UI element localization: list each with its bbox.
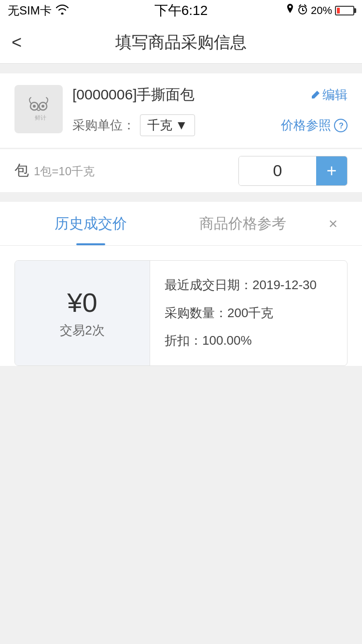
currency-symbol: ¥ <box>67 287 82 318</box>
svg-point-7 <box>33 105 36 108</box>
product-info: [0000006]手撕面包 编辑 采购单位： 千克 ▼ 价格参照 ? <box>72 85 348 136</box>
quantity-input[interactable] <box>239 156 316 185</box>
tab-history-price[interactable]: 历史成交价 <box>14 202 167 245</box>
quantity-input-group: + <box>238 156 348 186</box>
quantity-row: 包 1包=10千克 + <box>0 149 362 192</box>
date-label: 最近成交日期： <box>165 278 252 292</box>
status-time: 下午6:12 <box>154 1 208 20</box>
price-amount: ¥0 <box>67 287 97 318</box>
purchase-unit-label: 采购单位： <box>72 117 135 134</box>
quantity-detail-label: 采购数量： <box>165 306 227 320</box>
edit-button[interactable]: 编辑 <box>310 86 348 103</box>
svg-point-8 <box>42 105 44 108</box>
tabs-header: 历史成交价 商品价格参考 × <box>0 202 362 246</box>
svg-line-3 <box>299 5 301 6</box>
price-card: ¥0 交易2次 最近成交日期：2019-12-30 采购数量：200千克 折扣：… <box>14 260 348 366</box>
discount-label: 折扣： <box>165 333 202 348</box>
sim-text: 无SIM卡 <box>8 3 52 18</box>
status-bar: 无SIM卡 下午6:12 20% <box>0 0 362 21</box>
quantity-plus-button[interactable]: + <box>316 156 347 185</box>
svg-line-4 <box>305 5 306 6</box>
trade-count: 交易2次 <box>60 322 104 339</box>
quantity-unit-big: 包 <box>14 161 29 181</box>
purchase-unit-left: 采购单位： 千克 ▼ <box>72 114 195 136</box>
product-card: 鲜计 [0000006]手撕面包 编辑 采购单位： 千克 ▼ 价格参照 <box>0 73 362 148</box>
date-value: 2019-12-30 <box>252 278 317 292</box>
price-detail-quantity: 采购数量：200千克 <box>165 303 333 323</box>
status-right: 20% <box>286 4 354 17</box>
price-detail-discount: 折扣：100.00% <box>165 331 333 351</box>
battery-icon <box>335 6 354 15</box>
wifi-icon <box>56 4 69 17</box>
product-name: [0000006]手撕面包 <box>72 85 195 105</box>
tab-product-price-ref[interactable]: 商品价格参考 <box>167 202 319 245</box>
bottom-area <box>0 380 362 644</box>
location-icon <box>286 4 294 17</box>
back-button[interactable]: < <box>12 34 22 51</box>
tabs-close-button[interactable]: × <box>319 202 348 245</box>
tabs-section: 历史成交价 商品价格参考 × ¥0 交易2次 最近成交日期：2019-12-30… <box>0 202 362 366</box>
quantity-detail-value: 200千克 <box>227 306 273 320</box>
unit-selector[interactable]: 千克 ▼ <box>140 114 195 136</box>
price-reference-button[interactable]: 价格参照 ? <box>281 117 348 134</box>
battery-percent: 20% <box>311 4 332 17</box>
nav-bar: < 填写商品采购信息 <box>0 21 362 64</box>
price-detail-date: 最近成交日期：2019-12-30 <box>165 275 333 295</box>
quantity-label: 包 1包=10千克 <box>14 161 95 181</box>
price-card-summary: ¥0 交易2次 <box>15 261 150 365</box>
quantity-unit-ratio: 1包=10千克 <box>34 164 95 179</box>
product-thumbnail: 鲜计 <box>14 85 63 133</box>
discount-value: 100.00% <box>202 333 252 348</box>
page-title: 填写商品采购信息 <box>115 31 247 54</box>
svg-text:?: ? <box>339 122 344 130</box>
status-left: 无SIM卡 <box>8 3 69 18</box>
dropdown-icon: ▼ <box>175 118 188 133</box>
svg-text:鲜计: 鲜计 <box>35 114 46 121</box>
price-card-details: 最近成交日期：2019-12-30 采购数量：200千克 折扣：100.00% <box>150 261 347 365</box>
alarm-icon <box>297 4 308 17</box>
